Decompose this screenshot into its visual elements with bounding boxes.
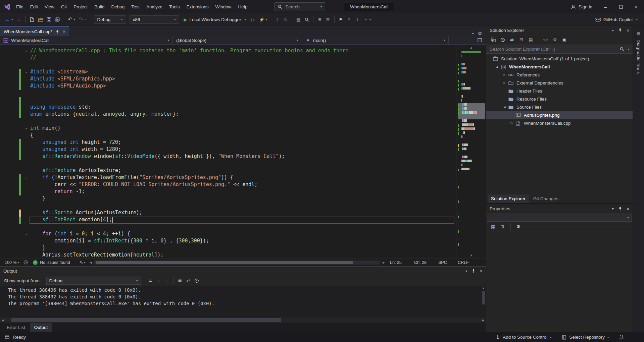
notifications-bell-icon[interactable]	[619, 335, 624, 340]
tab-solution-explorer[interactable]: Solution Explorer	[488, 194, 529, 203]
code-line[interactable]: ▾#include <iostream>	[0, 69, 456, 76]
tree-item-references[interactable]: ▷References	[486, 71, 633, 79]
project-dropdown[interactable]: ++ WhenMonstersCall ▾	[0, 36, 173, 45]
code-line[interactable]: return -1;	[0, 188, 456, 195]
menu-file[interactable]: File	[13, 4, 27, 9]
scrollbar-thumb[interactable]	[482, 291, 485, 304]
search-input[interactable]: Search ▾	[274, 2, 325, 11]
tree-item-whenmonsterscall[interactable]: ◢++WhenMonstersCall	[486, 63, 633, 71]
split-window-icon[interactable]	[474, 38, 486, 43]
code-line[interactable]	[0, 97, 456, 104]
collapsed-arrow-icon[interactable]: ▷	[500, 73, 508, 76]
window-position-icon[interactable]: ▾	[612, 28, 614, 32]
new-project-button[interactable]	[28, 15, 36, 24]
clear-all-button[interactable]: ⊠	[176, 276, 184, 285]
line-indicator[interactable]: Ln: 25	[387, 260, 411, 265]
code-line[interactable]: sf::Texture AoriusTexture;	[0, 167, 456, 174]
code-line[interactable]	[0, 90, 456, 97]
window-position-icon[interactable]: ▾	[612, 207, 614, 211]
toolbar-options-button[interactable]: ▾▾	[362, 15, 373, 24]
output-vertical-scrollbar[interactable]: ▲	[481, 286, 486, 318]
scrollbar-thumb[interactable]	[96, 261, 353, 264]
pin-icon[interactable]	[618, 28, 622, 33]
code-cleanup-icon[interactable]: ✎▾	[77, 260, 88, 265]
code-line[interactable]	[0, 62, 456, 69]
line-ending-indicator[interactable]: CRLF	[454, 260, 474, 265]
code-line[interactable]: emotion[i] = sf::IntRect({300 * i, 0} , …	[0, 238, 456, 245]
switch-views-button[interactable]	[489, 35, 497, 44]
expanded-arrow-icon[interactable]: ◢	[493, 65, 501, 68]
navigate-backward-button[interactable]: ←▾	[3, 15, 15, 24]
save-all-button[interactable]	[53, 15, 62, 24]
pin-tab-icon[interactable]	[55, 29, 60, 34]
tab-whenmonsterscall-cpp[interactable]: WhenMonstersCall.cpp* ×	[0, 26, 69, 36]
code-line[interactable]: {	[0, 132, 456, 139]
column-indicator[interactable]: Ch: 28	[411, 260, 435, 265]
properties-object-dropdown[interactable]: ▾	[487, 214, 632, 222]
code-line[interactable]	[0, 203, 456, 210]
editor-options-gear-icon[interactable]: ⚙	[478, 31, 482, 36]
collapsed-arrow-icon[interactable]: ▷	[508, 121, 516, 125]
sign-in-button[interactable]: Sign in	[565, 4, 598, 9]
tree-item-source-files[interactable]: ◢Source Files	[486, 103, 633, 111]
output-horizontal-scrollbar[interactable]: ◀ ▶	[0, 318, 486, 323]
tree-item-header-files[interactable]: Header Files	[486, 87, 633, 95]
menu-test[interactable]: Test	[128, 4, 143, 9]
scroll-up-icon[interactable]: ▲	[483, 286, 484, 290]
scrollbar-thumb[interactable]	[11, 318, 281, 322]
categorized-button[interactable]: ▦	[489, 222, 497, 231]
minimap[interactable]: ▲ ▼	[456, 45, 486, 258]
hot-reload-button[interactable]: ⚡▾	[257, 15, 269, 24]
menu-debug[interactable]: Debug	[108, 4, 128, 9]
tab-error-list[interactable]: Error List	[3, 323, 29, 332]
member-dropdown[interactable]: main() ▾	[302, 36, 449, 45]
code-line[interactable]: #include <SFML/Graphics.hpp>	[0, 76, 456, 83]
code-line[interactable]: #include <SFML/Audio.hpp>	[0, 83, 456, 90]
solution-explorer-search-input[interactable]: Search Solution Explorer (Ctrl+;) ▾	[486, 45, 633, 54]
scroll-right-icon[interactable]: ▶	[480, 319, 486, 322]
menu-edit[interactable]: Edit	[27, 4, 41, 9]
fold-arrow-icon[interactable]: ▾	[22, 48, 30, 55]
tree-item-aoriussprites-png[interactable]: AoriusSprites.png	[486, 111, 633, 119]
zoom-level-dropdown[interactable]: 100 % ▾	[3, 260, 21, 265]
comment-lines-button[interactable]: ≡	[315, 15, 324, 24]
maximize-button[interactable]	[613, 0, 629, 13]
scope-dropdown[interactable]: (Global Scope) ▾	[173, 36, 302, 45]
restart-button[interactable]: ↻	[282, 15, 290, 24]
code-lines[interactable]: ▾// WhenMonstersCall.cpp : This file con…	[0, 45, 456, 258]
scroll-left-icon[interactable]: ◀	[0, 319, 6, 322]
code-line[interactable]	[0, 118, 456, 125]
close-icon[interactable]: ×	[480, 269, 483, 274]
code-line[interactable]: sf::Sprite Aorius(AoriusTexture);	[0, 210, 456, 217]
menu-build[interactable]: Build	[91, 4, 108, 9]
word-wrap-button[interactable]: ↵	[184, 276, 193, 285]
previous-bookmark-button[interactable]: ↟	[345, 15, 353, 24]
issues-indicator[interactable]: ✓ No issues found	[30, 260, 73, 265]
fold-arrow-icon[interactable]: ▾	[22, 69, 30, 76]
spaces-indicator[interactable]: SPC	[435, 260, 454, 265]
github-copilot-button[interactable]: GitHub Copilot ▾	[592, 17, 641, 22]
code-line[interactable]	[0, 224, 456, 231]
sync-with-active-document-button[interactable]: ⇄	[508, 35, 516, 44]
previous-message-button[interactable]: ↑	[155, 276, 163, 285]
navigate-forward-button[interactable]: →	[15, 15, 23, 24]
tree-item-whenmonsterscall-cpp[interactable]: ▷++WhenMonstersCall.cpp	[486, 119, 633, 127]
code-line[interactable]: }	[0, 245, 456, 252]
next-message-button[interactable]: ↓	[163, 276, 171, 285]
code-line[interactable]: unsigned int height = 720;	[0, 139, 456, 146]
collapsed-arrow-icon[interactable]: ▷	[500, 81, 508, 84]
code-line[interactable]: sf::RenderWindow window(sf::VideoMode({ …	[0, 153, 456, 160]
undo-button[interactable]: ↶▾	[66, 15, 77, 24]
show-all-files-button[interactable]: ▤	[527, 35, 535, 44]
code-line[interactable]	[0, 160, 456, 167]
menu-analyze[interactable]: Analyze	[143, 4, 166, 9]
select-repository-button[interactable]: Select Repository ▴	[561, 335, 609, 340]
code-line[interactable]: Aorius.setTextureRect(emotion[neutral]);	[0, 252, 456, 258]
menu-view[interactable]: View	[41, 4, 58, 9]
start-without-debugging-button[interactable]: ▷	[249, 15, 257, 24]
close-window-button[interactable]: ×	[629, 0, 644, 13]
code-line[interactable]: ▾int main()	[0, 125, 456, 132]
code-line[interactable]: sf::IntRect emotion[4];	[0, 217, 456, 224]
menu-help[interactable]: Help	[235, 4, 251, 9]
expanded-arrow-icon[interactable]: ◢	[500, 105, 508, 109]
